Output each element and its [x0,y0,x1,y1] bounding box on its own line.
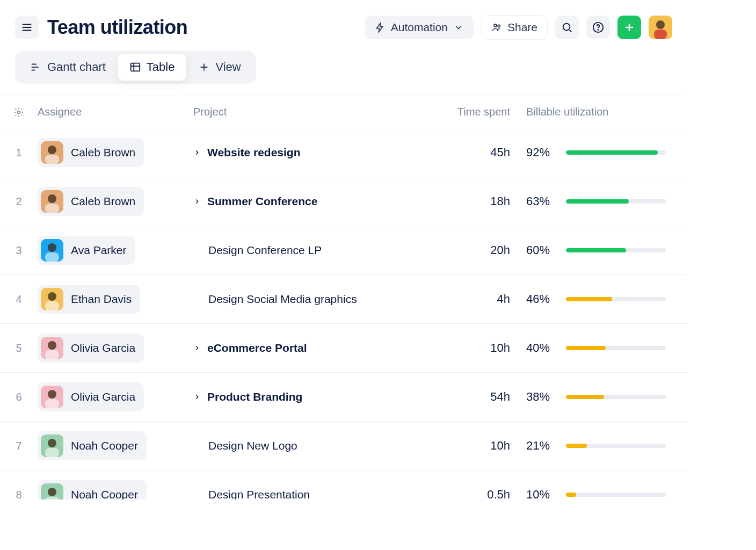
utilization-cell: 40% [526,341,666,355]
utilization-percent: 10% [526,488,556,500]
utilization-bar [566,493,666,497]
project-cell[interactable]: Design Social Media graphics [193,293,424,306]
tab-gantt[interactable]: Gantt chart [18,54,118,81]
assignee-chip[interactable]: Noah Cooper [38,431,147,460]
utilization-cell: 21% [526,439,666,453]
col-time[interactable]: Time spent [424,106,526,118]
svg-point-32 [48,488,56,496]
utilization-bar [566,297,666,301]
row-number: 8 [0,489,38,500]
svg-rect-21 [45,301,59,310]
svg-rect-18 [45,252,59,262]
assignee-chip[interactable]: Caleb Brown [38,138,144,167]
avatar [41,141,63,164]
help-icon [592,21,604,33]
project-name: Design Conference LP [208,244,322,257]
project-cell[interactable]: Summer Conference [193,195,424,208]
avatar [41,239,63,262]
svg-rect-8 [131,63,140,71]
current-user-avatar[interactable] [649,16,672,39]
help-button[interactable] [586,16,610,39]
assignee-name: Ethan Davis [71,293,132,306]
table-settings-button[interactable] [0,107,38,118]
search-button[interactable] [555,16,579,39]
expand-toggle[interactable] [193,149,202,156]
time-spent: 4h [424,292,526,306]
tab-table-label: Table [147,60,175,74]
tab-gantt-label: Gantt chart [47,60,106,74]
assignee-chip[interactable]: Ava Parker [38,236,135,265]
table-row[interactable]: 2 Caleb Brown Summer Conference 18h 63% [0,177,687,226]
table-row[interactable]: 1 Caleb Brown Website redesign 45h 92% [0,128,687,177]
people-icon [491,22,502,33]
assignee-chip[interactable]: Caleb Brown [38,187,144,216]
plus-icon [198,61,210,73]
col-utilization[interactable]: Billable utilization [526,106,666,118]
assignee-chip[interactable]: Olivia Garcia [38,382,144,411]
row-number: 7 [0,440,38,452]
project-cell[interactable]: Design Conference LP [193,244,424,257]
table-row[interactable]: 6 Olivia Garcia Product Branding 54h 38% [0,373,687,422]
svg-point-6 [656,20,665,29]
assignee-name: Olivia Garcia [71,342,135,354]
expand-toggle[interactable] [193,344,202,352]
chevron-down-icon [453,22,464,33]
assignee-name: Ava Parker [71,244,127,257]
assignee-name: Noah Cooper [71,488,138,500]
row-number: 4 [0,293,38,306]
gantt-icon [30,61,42,73]
project-cell[interactable]: Design Presentation [193,488,424,500]
project-cell[interactable]: eCommerce Portal [193,342,424,354]
menu-button[interactable] [15,16,39,39]
assignee-chip[interactable]: Ethan Davis [38,285,140,314]
table-row[interactable]: 5 Olivia Garcia eCommerce Portal 10h 40% [0,324,687,373]
tab-table[interactable]: Table [118,54,187,81]
expand-toggle[interactable] [193,198,202,205]
project-name: Website redesign [207,146,301,159]
project-cell[interactable]: Website redesign [193,146,424,159]
svg-point-29 [48,439,56,447]
assignee-chip[interactable]: Olivia Garcia [38,334,144,363]
col-project[interactable]: Project [193,106,424,118]
svg-point-17 [48,243,56,252]
utilization-cell: 38% [526,390,666,404]
svg-point-1 [498,25,500,27]
avatar-icon [649,16,672,39]
table-row[interactable]: 3 Ava Parker Design Conference LP 20h 60… [0,226,687,275]
share-label: Share [507,21,537,34]
utilization-percent: 63% [526,194,556,208]
col-assignee[interactable]: Assignee [38,106,193,118]
tab-add-view-label: View [215,60,241,74]
tab-add-view[interactable]: View [186,54,252,81]
expand-toggle[interactable] [193,393,202,401]
table-row[interactable]: 7 Noah Cooper Design New Logo 10h 21% [0,422,687,471]
assignee-chip[interactable]: Noah Cooper [38,480,147,500]
svg-rect-27 [45,399,59,408]
svg-point-9 [18,111,20,113]
automation-button[interactable]: Automation [365,16,474,39]
utilization-percent: 38% [526,390,556,404]
search-icon [561,21,573,33]
project-cell[interactable]: Design New Logo [193,439,424,452]
table-icon [129,61,141,73]
utilization-bar [566,444,666,448]
row-number: 5 [0,342,38,354]
row-number: 6 [0,391,38,403]
table-row[interactable]: 4 Ethan Davis Design Social Media graphi… [0,275,687,324]
time-spent: 18h [424,194,526,208]
avatar [41,288,63,310]
share-button[interactable]: Share [481,15,548,40]
menu-icon [21,21,33,33]
bolt-icon [375,22,386,33]
utilization-percent: 46% [526,292,556,306]
add-button[interactable] [617,16,641,39]
project-name: Product Branding [207,390,302,403]
utilization-percent: 60% [526,243,556,257]
project-name: Design Social Media graphics [208,293,357,306]
utilization-bar [566,395,666,399]
project-cell[interactable]: Product Branding [193,390,424,403]
assignee-name: Caleb Brown [71,195,135,208]
row-number: 3 [0,244,38,257]
assignee-name: Olivia Garcia [71,390,135,403]
table-row[interactable]: 8 Noah Cooper Design Presentation 0.5h 1… [0,471,687,500]
